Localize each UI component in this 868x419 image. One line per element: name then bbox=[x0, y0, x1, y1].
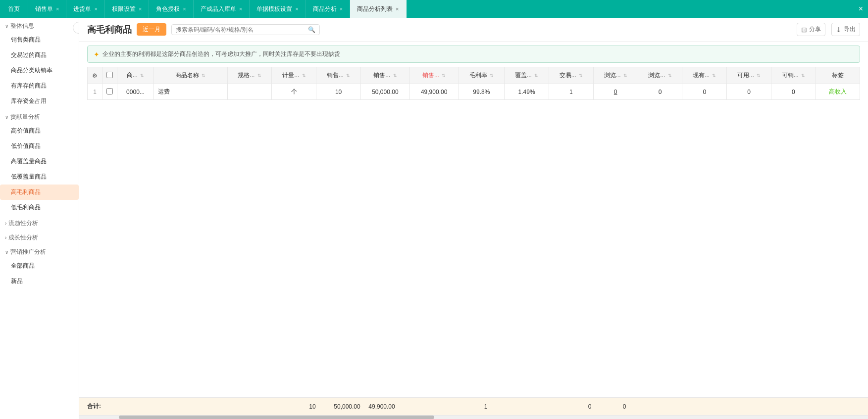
col-browse2[interactable]: 浏览... ⇅ bbox=[638, 67, 682, 84]
footer-sales3: 49,900.00 bbox=[364, 403, 399, 410]
close-all-tabs-button[interactable]: × bbox=[859, 4, 863, 13]
sidebar-item-traded-goods[interactable]: 交易过的商品 bbox=[0, 47, 79, 63]
sidebar-group-growth[interactable]: › 成长性分析 bbox=[0, 230, 79, 244]
row-sales1: 10 bbox=[316, 84, 361, 100]
close-icon[interactable]: × bbox=[396, 6, 399, 12]
top-navigation: 首页 销售单 × 进货单 × 权限设置 × 角色授权 × 产成品入库单 × 单据… bbox=[0, 0, 868, 18]
col-current[interactable]: 现有... ⇅ bbox=[682, 67, 727, 84]
col-trade[interactable]: 交易... ⇅ bbox=[549, 67, 594, 84]
sort-icon: ⇅ bbox=[801, 73, 805, 78]
sidebar-group-marketing[interactable]: ∨ 营销推广分析 bbox=[0, 244, 79, 258]
bottom-scrollbar[interactable] bbox=[79, 415, 868, 419]
row-checkbox[interactable] bbox=[106, 88, 113, 94]
tab-home[interactable]: 首页 bbox=[0, 0, 28, 18]
row-coverage: 1.49% bbox=[505, 84, 549, 100]
sidebar-group-trend[interactable]: › 流趋性分析 bbox=[0, 215, 79, 230]
footer-spacer-5 bbox=[236, 403, 265, 410]
footer-spacer-sale bbox=[642, 403, 676, 410]
sort-icon: ⇅ bbox=[579, 73, 583, 78]
sidebar-item-in-stock[interactable]: 有库存的商品 bbox=[0, 78, 79, 93]
header-actions: ⊡ 分享 ⤓ 导出 bbox=[797, 23, 860, 36]
filter-period-button[interactable]: 近一月 bbox=[137, 23, 166, 36]
col-sales2[interactable]: 销售... ⇅ bbox=[361, 67, 410, 84]
col-settings[interactable]: ⚙ bbox=[88, 67, 102, 84]
row-code: 0000... bbox=[117, 84, 154, 100]
footer-spacer-profit bbox=[399, 403, 434, 410]
col-profit-rate[interactable]: 毛利率 ⇅ bbox=[459, 67, 505, 84]
sidebar-item-all-goods[interactable]: 全部商品 bbox=[0, 258, 79, 274]
col-sales3[interactable]: 销售... ⇅ bbox=[409, 67, 459, 84]
row-sales3: 49,900.00 bbox=[409, 84, 459, 100]
sidebar-item-category-rate[interactable]: 商品分类助销率 bbox=[0, 63, 79, 78]
col-unit[interactable]: 计量... ⇅ bbox=[272, 67, 316, 84]
sidebar-item-high-coverage[interactable]: 高覆盖量商品 bbox=[0, 154, 79, 169]
close-icon[interactable]: × bbox=[56, 6, 59, 12]
sort-icon: ⇅ bbox=[623, 73, 627, 78]
sidebar-item-high-profit[interactable]: 高毛利商品 bbox=[0, 185, 79, 200]
search-input[interactable] bbox=[176, 26, 308, 33]
sidebar-item-new-goods[interactable]: 新品 bbox=[0, 274, 79, 289]
select-all-checkbox[interactable] bbox=[106, 72, 113, 78]
sidebar-item-low-coverage[interactable]: 低覆盖量商品 bbox=[0, 169, 79, 185]
footer-sales1: 10 bbox=[295, 403, 330, 410]
tab-product-analysis[interactable]: 商品分析 × bbox=[306, 0, 350, 18]
col-code[interactable]: 商... ⇅ bbox=[117, 67, 154, 84]
close-icon[interactable]: × bbox=[139, 6, 142, 12]
tab-template-settings[interactable]: 单据模板设置 × bbox=[250, 0, 306, 18]
footer-spacer-4 bbox=[186, 403, 236, 410]
sort-icon: ⇅ bbox=[712, 73, 716, 78]
col-tag[interactable]: 标签 bbox=[816, 67, 860, 84]
row-sales2: 50,000.00 bbox=[361, 84, 410, 100]
close-icon[interactable]: × bbox=[295, 6, 298, 12]
tab-role-auth[interactable]: 角色授权 × bbox=[149, 0, 193, 18]
footer-spacer-3 bbox=[156, 403, 186, 410]
footer-trade: 1 bbox=[468, 403, 503, 410]
sidebar-item-low-value[interactable]: 低价值商品 bbox=[0, 139, 79, 154]
row-spec bbox=[227, 84, 272, 100]
col-spec[interactable]: 规格... ⇅ bbox=[227, 67, 272, 84]
col-browse1[interactable]: 浏览... ⇅ bbox=[593, 67, 638, 84]
sort-icon: ⇅ bbox=[393, 73, 397, 78]
close-icon[interactable]: × bbox=[94, 6, 97, 12]
col-checkbox[interactable] bbox=[102, 67, 117, 84]
col-coverage[interactable]: 覆盖... ⇅ bbox=[505, 67, 549, 84]
tab-purchase-order[interactable]: 进货单 × bbox=[66, 0, 104, 18]
sidebar-item-low-profit[interactable]: 低毛利商品 bbox=[0, 200, 79, 215]
sidebar-item-high-value[interactable]: 高价值商品 bbox=[0, 123, 79, 139]
sidebar-group-contribution[interactable]: ∨ 贡献量分析 bbox=[0, 109, 79, 123]
content-header: 高毛利商品 近一月 🔍 ⊡ 分享 ⤓ 导出 bbox=[79, 18, 868, 42]
expand-icon: ∨ bbox=[5, 249, 8, 255]
sidebar-item-sales-goods[interactable]: 销售类商品 bbox=[0, 32, 79, 47]
search-box[interactable]: 🔍 bbox=[171, 24, 320, 35]
expand-icon: › bbox=[5, 235, 6, 240]
info-banner: ✦ 企业的主要的利润都是这部分商品创造的，可考虑加大推广，同时关注库存是不要出现… bbox=[87, 46, 860, 63]
sidebar-item-stock-capital[interactable]: 库存资金占用 bbox=[0, 93, 79, 109]
sort-icon: ⇅ bbox=[490, 73, 494, 78]
footer-spacer-b1 bbox=[503, 403, 538, 410]
share-button[interactable]: ⊡ 分享 bbox=[797, 23, 825, 36]
close-icon[interactable]: × bbox=[340, 6, 343, 12]
footer-spacer-6 bbox=[265, 403, 295, 410]
table-container: ⚙ 商... ⇅ 商品名称 ⇅ bbox=[79, 67, 868, 397]
tab-sales-order[interactable]: 销售单 × bbox=[28, 0, 66, 18]
close-icon[interactable]: × bbox=[239, 6, 242, 12]
expand-icon: ∨ bbox=[5, 23, 8, 29]
tag-label: 高收入 bbox=[829, 88, 847, 95]
row-checkbox-cell[interactable] bbox=[102, 84, 117, 100]
tab-permissions[interactable]: 权限设置 × bbox=[105, 0, 149, 18]
export-button[interactable]: ⤓ 导出 bbox=[831, 23, 860, 36]
close-icon[interactable]: × bbox=[183, 6, 186, 12]
col-saleable[interactable]: 可销... ⇅ bbox=[771, 67, 816, 84]
main-layout: 《 ∨ 整体信息 销售类商品 交易过的商品 商品分类助销率 有库存的商品 库存资… bbox=[0, 18, 868, 419]
footer-available: 0 bbox=[607, 403, 642, 410]
sort-icon: ⇅ bbox=[668, 73, 672, 78]
tab-product-in[interactable]: 产成品入库单 × bbox=[194, 0, 250, 18]
row-browse1[interactable]: 0 bbox=[593, 84, 638, 100]
tab-product-analysis-list[interactable]: 商品分析列表 × bbox=[350, 0, 406, 18]
search-icon[interactable]: 🔍 bbox=[308, 26, 315, 33]
col-sales1[interactable]: 销售... ⇅ bbox=[316, 67, 361, 84]
col-name[interactable]: 商品名称 ⇅ bbox=[153, 67, 227, 84]
sidebar-group-overall[interactable]: ∨ 整体信息 bbox=[0, 18, 79, 32]
row-unit: 个 bbox=[272, 84, 316, 100]
col-available[interactable]: 可用... ⇅ bbox=[727, 67, 771, 84]
